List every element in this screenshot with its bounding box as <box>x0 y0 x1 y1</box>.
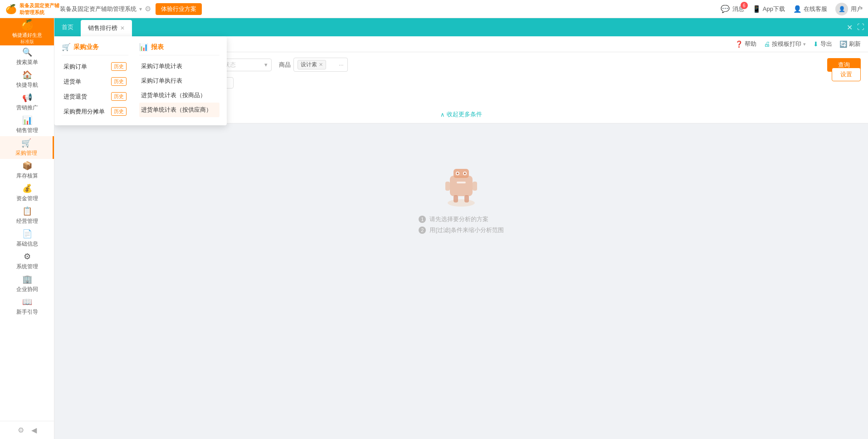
filter-goods: 商品 设计素 ✕ ··· <box>279 58 348 72</box>
enterprise-icon: 🏢 <box>22 274 32 284</box>
tab-close-page-icon[interactable]: ✕ <box>847 23 853 32</box>
operations-label: 经营管理 <box>16 217 38 225</box>
svg-rect-7 <box>457 182 466 183</box>
svg-point-5 <box>457 173 458 174</box>
system-label: 系统管理 <box>16 263 38 271</box>
sidebar-item-search[interactable]: 🔍 搜索菜单 <box>0 45 54 68</box>
sidebar-item-system[interactable]: ⚙ 系统管理 <box>0 250 54 272</box>
industry-btn[interactable]: 体验行业方案 <box>156 3 202 15</box>
app-download-group[interactable]: 📱 App下载 <box>752 5 785 13</box>
dropdown-col-report: 📊 报表 采购订单统计表 采购订单执行表 进货单统计表（按商品） <box>139 43 219 119</box>
col2-icon: 📊 <box>139 43 148 51</box>
logo-main-text: 畅捷通好生意 <box>12 32 42 39</box>
message-group[interactable]: 💬 6 消息 <box>721 5 744 13</box>
sidebar-item-inventory[interactable]: 📦 库存核算 <box>0 159 54 182</box>
title-arrow-icon[interactable]: ▾ <box>139 6 142 12</box>
sidebar-bottom-bar: ⚙ ◀ <box>0 421 54 439</box>
receipt-stats-supplier-label: 进货单统计表（按供应商） <box>141 106 212 113</box>
sales-icon: 📊 <box>22 115 32 125</box>
refresh-btn[interactable]: 🔄 刷新 <box>839 40 861 48</box>
svg-rect-8 <box>445 182 450 191</box>
print-arrow: ▾ <box>803 41 806 47</box>
empty-tip-2: 2 用[过滤]条件来缩小分析范围 <box>419 226 503 234</box>
system-icon: ⚙ <box>24 252 31 261</box>
export-btn[interactable]: ⬇ 导出 <box>813 40 832 48</box>
return-history-badge: 历史 <box>111 92 127 101</box>
dropdown-item-order-stats[interactable]: 采购订单统计表 <box>139 59 219 74</box>
sidebar-collapse-icon[interactable]: ◀ <box>31 426 37 434</box>
dropdown-item-expense[interactable]: 采购费用分摊单 历史 <box>62 104 128 119</box>
logo-area-top: 🍊 装备及固定资产辅助管理系统 <box>5 2 60 16</box>
sidebar-item-marketing[interactable]: 📢 营销推广 <box>0 91 54 113</box>
collapse-label: 收起更多条件 <box>447 110 482 118</box>
operations-icon: 📋 <box>22 206 32 216</box>
app-download-label: App下载 <box>763 5 785 13</box>
dropdown-item-receipt-stats-goods[interactable]: 进货单统计表（按商品） <box>139 88 219 103</box>
dropdown-item-purchase-order[interactable]: 采购订单 历史 <box>62 59 128 74</box>
sidebar-item-basic-info[interactable]: 📄 基础信息 <box>0 227 54 250</box>
user-group[interactable]: 👤 用户 <box>835 3 863 15</box>
dropdown-item-receipt[interactable]: 进货单 历史 <box>62 74 128 89</box>
step-num-1: 1 <box>419 216 426 223</box>
settings-button[interactable]: 设置 <box>832 68 861 81</box>
help-label: 帮助 <box>745 40 756 48</box>
receipt-label: 进货单 <box>63 78 81 86</box>
tab-bar: 首页 销售排行榜 ✕ ✕ ⛶ <box>54 18 868 36</box>
tab-close-icon[interactable]: ✕ <box>120 25 125 31</box>
sidebar-item-finance[interactable]: 💰 资金管理 <box>0 182 54 204</box>
goods-label: 商品 <box>279 61 291 69</box>
help-btn[interactable]: ❓ 帮助 <box>735 40 756 48</box>
goods-tag-value: 设计素 ✕ <box>297 60 326 69</box>
tab-sales-ranking[interactable]: 销售排行榜 ✕ <box>81 20 132 36</box>
avatar: 👤 <box>835 3 848 15</box>
goods-dots[interactable]: ··· <box>339 61 344 68</box>
guide-label: 新手引导 <box>16 308 38 316</box>
sidebar-item-quick-nav[interactable]: 🏠 快捷导航 <box>0 68 54 91</box>
tab-expand-icon[interactable]: ⛶ <box>857 23 864 31</box>
dropdown-col1-title: 🛒 采购业务 <box>62 43 128 55</box>
sidebar-settings-icon[interactable]: ⚙ <box>18 426 24 434</box>
purchase-dropdown-menu: 🛒 采购业务 采购订单 历史 进货单 历史 进货退货 <box>54 36 227 125</box>
return-label: 进货退货 <box>63 93 87 101</box>
sidebar-item-sales[interactable]: 📊 销售管理 <box>0 113 54 136</box>
empty-state: 1 请先选择要分析的方案 2 用[过滤]条件来缩小分析范围 <box>54 123 868 271</box>
tab-home-label: 首页 <box>62 23 73 31</box>
search-nav-icon: 🔍 <box>22 47 32 57</box>
settings-icon-top[interactable]: ⚙ <box>145 5 151 13</box>
marketing-icon: 📢 <box>22 93 32 103</box>
logo-text-top: 装备及固定资产辅助管理系统 <box>20 2 60 16</box>
online-service-group[interactable]: 👤 在线客服 <box>793 5 827 13</box>
basic-info-label: 基础信息 <box>16 240 38 248</box>
app-icon: 📱 <box>752 5 761 13</box>
sidebar: 🍊 畅捷通好生意 标准版 🔍 搜索菜单 🏠 快捷导航 📢 营销推广 📊 销售管理… <box>0 18 54 439</box>
sidebar-item-operations[interactable]: 📋 经营管理 <box>0 204 54 227</box>
export-icon: ⬇ <box>813 40 819 48</box>
tip-1-text: 请先选择要分析的方案 <box>429 215 488 223</box>
svg-rect-10 <box>454 195 458 202</box>
goods-tag-close[interactable]: ✕ <box>319 62 323 68</box>
step-num-2: 2 <box>419 227 426 234</box>
print-btn[interactable]: 🖨 按模板打印 ▾ <box>764 40 806 48</box>
dropdown-item-receipt-stats-supplier[interactable]: 进货单统计表（按供应商） <box>139 103 219 117</box>
help-icon: ❓ <box>735 40 743 48</box>
sidebar-item-enterprise[interactable]: 🏢 企业协同 <box>0 272 54 295</box>
refresh-icon: 🔄 <box>839 40 847 48</box>
purchase-order-label: 采购订单 <box>63 63 87 71</box>
dropdown-item-order-exec[interactable]: 采购订单执行表 <box>139 74 219 88</box>
sidebar-item-guide[interactable]: 📖 新手引导 <box>0 295 54 318</box>
collapse-btn[interactable]: ∧ 收起更多条件 <box>440 110 482 118</box>
purchase-dropdown-overlay: 🛒 采购业务 采购订单 历史 进货单 历史 进货退货 <box>54 36 227 125</box>
enterprise-label: 企业协同 <box>16 286 38 293</box>
expense-label: 采购费用分摊单 <box>63 108 105 116</box>
sales-label: 销售管理 <box>16 127 38 134</box>
marketing-label: 营销推广 <box>16 104 38 112</box>
finance-label: 资金管理 <box>16 195 38 202</box>
svg-rect-9 <box>473 182 477 191</box>
sidebar-item-purchase[interactable]: 🛒 采购管理 <box>0 136 54 159</box>
dropdown-item-return[interactable]: 进货退货 历史 <box>62 89 128 104</box>
svg-rect-1 <box>450 176 473 196</box>
receipt-stats-goods-label: 进货单统计表（按商品） <box>141 92 206 99</box>
purchase-icon: 🛒 <box>21 138 31 148</box>
tab-home[interactable]: 首页 <box>54 18 81 36</box>
doc-status-arrow: ▾ <box>264 61 268 68</box>
